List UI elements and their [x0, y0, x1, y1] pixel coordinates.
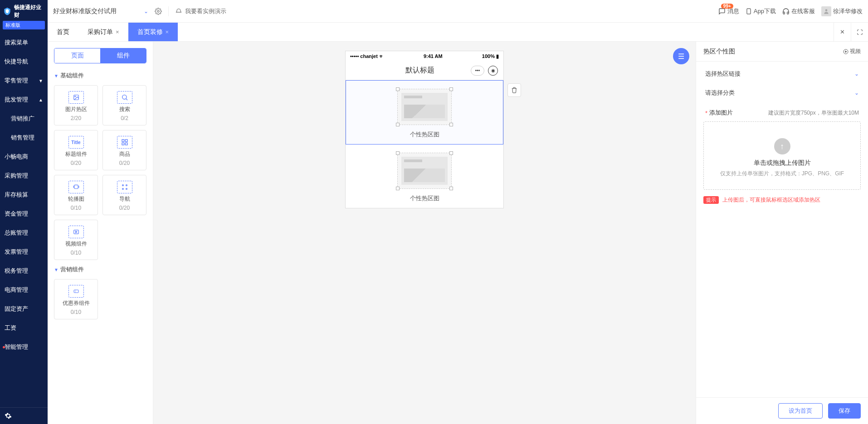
svg-rect-8: [122, 140, 124, 142]
svg-point-18: [126, 188, 127, 190]
canvas: ☰ ••••• chanjet ᯤ 9:41 AM 100% ▮ 默认标题 •: [153, 42, 696, 424]
nav-item[interactable]: 工资: [0, 318, 48, 337]
component-card[interactable]: 优惠券组件0/10: [54, 279, 98, 319]
svg-rect-12: [74, 185, 78, 188]
panel-segment: 页面 组件: [54, 48, 146, 63]
svg-rect-21: [74, 290, 78, 293]
topbar: 好业财标准版交付试用 ⌄ 我要看实例演示 99+ 消息 App下载: [48, 0, 868, 23]
segment-page[interactable]: 页面: [54, 48, 100, 63]
upload-icon: ↑: [774, 138, 790, 154]
category-selector[interactable]: 请选择分类 ⌄: [703, 83, 861, 102]
brand-name: 畅捷通好业财: [14, 4, 45, 19]
nav-subitem[interactable]: 销售管理: [0, 128, 48, 147]
tab-close-icon[interactable]: ×: [166, 29, 169, 35]
demo-link[interactable]: 我要看实例演示: [175, 7, 226, 15]
component-card[interactable]: 导航0/20: [102, 175, 146, 215]
nav-item[interactable]: 税务管理: [0, 261, 48, 280]
tab-fullscreen[interactable]: [851, 23, 868, 41]
phone-header: 默认标题 ••• ◉: [346, 61, 503, 80]
svg-point-6: [122, 95, 126, 99]
chevron-down-icon: ⌄: [854, 90, 859, 96]
segment-component[interactable]: 组件: [100, 48, 146, 63]
title-icon: Title: [68, 136, 84, 149]
component-card[interactable]: Title标题组件0/20: [54, 130, 98, 170]
upload-tip: 提示 上传图后，可直接鼠标框选区域添加热区: [703, 196, 861, 204]
user-menu[interactable]: 徐泽华修改: [821, 6, 863, 16]
video-icon: [68, 226, 84, 238]
edition-badge: 标准版: [3, 21, 45, 29]
image-upload-dropzone[interactable]: ↑ 单击或拖拽上传图片 仅支持上传单张图片，支持格式：JPG、PNG、GIF: [703, 121, 861, 190]
nav-item[interactable]: 采购管理: [0, 166, 48, 185]
customer-service-button[interactable]: 在线客服: [782, 7, 815, 15]
messages-button[interactable]: 99+ 消息: [718, 7, 739, 15]
nav-item[interactable]: 批发管理▲: [0, 90, 48, 109]
svg-point-17: [122, 188, 123, 190]
image-icon: [68, 91, 84, 104]
svg-point-3: [825, 9, 828, 11]
props-title: 热区个性图: [703, 48, 735, 56]
svg-point-15: [122, 185, 123, 186]
component-card[interactable]: 视频组件0/10: [54, 220, 98, 260]
search-icon: [117, 91, 132, 104]
logo-icon: [3, 6, 12, 16]
nav-item[interactable]: 电商管理: [0, 280, 48, 299]
nav-item[interactable]: 发票管理: [0, 242, 48, 261]
svg-rect-1: [747, 9, 751, 14]
canvas-menu-fab[interactable]: ☰: [673, 48, 689, 64]
miniapp-close-icon[interactable]: ◉: [488, 66, 498, 76]
demo-label: 我要看实例演示: [185, 7, 226, 15]
component-group-header[interactable]: ▼基础组件: [52, 68, 148, 83]
product-selector[interactable]: 好业财标准版交付试用 ⌄: [53, 7, 148, 15]
nav-item[interactable]: 快捷导航: [0, 52, 48, 71]
component-card[interactable]: 商品0/20: [102, 130, 146, 170]
tab[interactable]: 首页: [48, 23, 78, 41]
tab[interactable]: 采购订单×: [78, 23, 128, 41]
svg-rect-11: [125, 143, 127, 145]
component-card[interactable]: 图片热区2/20: [54, 85, 98, 125]
app-download-button[interactable]: App下载: [746, 7, 776, 15]
nav-item[interactable]: 总账管理: [0, 223, 48, 242]
coupon-icon: [68, 285, 84, 298]
svg-line-7: [126, 99, 127, 100]
video-help-link[interactable]: 视频: [843, 48, 861, 55]
message-badge: 99+: [721, 4, 733, 9]
nav-item[interactable]: 智能管理: [0, 337, 48, 357]
product-name: 好业财标准版交付试用: [53, 7, 117, 15]
chevron-icon: ▼: [39, 78, 43, 83]
settings-icon[interactable]: [155, 8, 162, 15]
delete-block-button[interactable]: [507, 83, 521, 97]
nav-subitem[interactable]: 营销推广: [0, 109, 48, 128]
nav-item[interactable]: 资金管理: [0, 204, 48, 223]
component-panel: 页面 组件 ▼基础组件图片热区2/20搜索0/2Title标题组件0/20商品0…: [48, 42, 153, 424]
nav-item[interactable]: 固定资产: [0, 299, 48, 318]
chevron-down-icon: ⌄: [854, 71, 859, 77]
brand-logo: 畅捷通好业财: [0, 0, 48, 20]
upload-title: 单击或拖拽上传图片: [708, 159, 856, 167]
nav-item[interactable]: 零售管理▼: [0, 71, 48, 90]
tab-close-icon[interactable]: ×: [116, 29, 119, 35]
image-placeholder: [397, 153, 452, 189]
nav-settings[interactable]: [0, 407, 48, 424]
tab-close-all[interactable]: ✕: [834, 23, 851, 41]
triangle-down-icon: ▼: [54, 73, 59, 78]
save-button[interactable]: 保存: [828, 403, 861, 419]
canvas-block[interactable]: 个性热区图: [346, 80, 503, 145]
set-home-button[interactable]: 设为首页: [778, 403, 823, 419]
miniapp-menu-icon[interactable]: •••: [471, 66, 484, 76]
component-card[interactable]: 轮播图0/10: [54, 175, 98, 215]
component-card[interactable]: 搜索0/2: [102, 85, 146, 125]
phone-statusbar: ••••• chanjet ᯤ 9:41 AM 100% ▮: [346, 51, 503, 61]
upload-subtitle: 仅支持上传单张图片，支持格式：JPG、PNG、GIF: [708, 170, 856, 178]
component-group-header[interactable]: ▼营销组件: [52, 262, 148, 277]
canvas-block[interactable]: 个性热区图: [346, 145, 503, 208]
left-nav: 畅捷通好业财 标准版 搜索菜单快捷导航零售管理▼批发管理▲营销推广销售管理小畅电…: [0, 0, 48, 424]
hotzone-link-selector[interactable]: 选择热区链接 ⌄: [703, 64, 861, 83]
nav-item[interactable]: 搜索菜单: [0, 33, 48, 52]
nav-item[interactable]: 小畅电商: [0, 147, 48, 166]
svg-point-5: [74, 96, 75, 97]
phone-title: 默认标题: [369, 66, 471, 75]
nav-item[interactable]: 库存核算: [0, 185, 48, 204]
goods-icon: [117, 136, 132, 149]
tab[interactable]: 首页装修×: [128, 23, 178, 41]
svg-point-0: [157, 10, 159, 12]
